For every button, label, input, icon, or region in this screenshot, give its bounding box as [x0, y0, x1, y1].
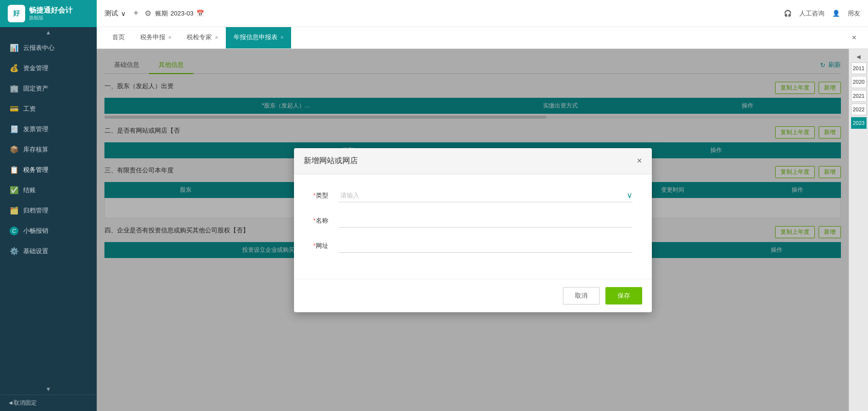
form-field-name: *名称 — [313, 214, 633, 228]
period-display: 账期 2023-03 📅 — [155, 9, 205, 18]
dialog-overlay: 新增网站或网店 × *类型 ∨ — [97, 49, 849, 411]
type-label-text: 类型 — [316, 192, 328, 199]
salary-icon: 💳 — [10, 105, 18, 113]
add-icon[interactable]: + — [133, 8, 139, 18]
cancel-button[interactable]: 取消 — [563, 287, 600, 304]
tab-annual-label: 年报信息申报表 — [234, 33, 278, 42]
main-area: 测试 ∨ + ⚙ 账期 2023-03 📅 🎧 人工咨询 👤 用友 首页 税务申… — [97, 0, 868, 411]
year-tag-2022[interactable]: 2022 — [851, 104, 867, 115]
url-input[interactable] — [338, 239, 633, 252]
type-input[interactable] — [338, 189, 627, 202]
xiaochang-icon: C — [10, 227, 18, 235]
calendar-icon[interactable]: 📅 — [196, 10, 204, 17]
content-main: 基础信息 其他信息 ↻ 刷新 一、股东（发起人）出资 复制上年度 新增 — [97, 49, 849, 411]
sidebar-item-label: 库存核算 — [23, 145, 48, 154]
fund-icon: 💰 — [10, 64, 18, 73]
tab-home[interactable]: 首页 — [104, 27, 132, 48]
logo-icon: 好 — [8, 5, 25, 22]
settings-icon: ⚙️ — [10, 247, 18, 256]
tax-icon: 📋 — [10, 166, 18, 174]
sidebar-item-label: 工资 — [23, 105, 36, 113]
dialog-footer: 取消 保存 — [294, 279, 652, 312]
company-selector[interactable]: 测试 ∨ — [104, 9, 126, 18]
dialog-close-btn[interactable]: × — [637, 156, 642, 166]
close-main-icon[interactable]: × — [848, 33, 860, 42]
sidebar-logo: 好 畅捷通好会计 旗舰版 — [0, 0, 97, 27]
sidebar-item-fixed-assets[interactable]: 🏢 固定资产 — [0, 78, 97, 99]
form-field-type: *类型 ∨ — [313, 189, 633, 202]
gear-icon[interactable]: ⚙ — [145, 9, 151, 18]
ai-consult-btn[interactable]: 人工咨询 — [799, 9, 824, 18]
save-button[interactable]: 保存 — [605, 287, 642, 304]
sidebar-item-label: 结账 — [23, 186, 36, 195]
logo-title: 畅捷通好会计 — [29, 6, 73, 15]
sidebar-item-label: 基础设置 — [23, 247, 48, 256]
company-name: 测试 — [104, 9, 118, 18]
url-label-text: 网址 — [316, 242, 328, 249]
tab-annual-report[interactable]: 年报信息申报表 × — [226, 27, 291, 48]
sidebar-item-fund-mgmt[interactable]: 💰 资金管理 — [0, 58, 97, 78]
sidebar-item-label: 固定资产 — [23, 84, 48, 93]
sidebar-item-archive[interactable]: 🗂️ 归档管理 — [0, 200, 97, 221]
tabs-bar: 首页 税务申报 × 税检专家 × 年报信息申报表 × × — [97, 27, 868, 49]
period-label: 账期 — [155, 9, 168, 18]
year-tag-2011[interactable]: 2011 — [851, 62, 867, 74]
sidebar-item-settlement[interactable]: ✅ 结账 — [0, 180, 97, 200]
topbar-right: 🎧 人工咨询 👤 用友 — [784, 9, 860, 18]
tab-tax-label: 税务申报 — [140, 33, 165, 42]
sidebar: 好 畅捷通好会计 旗舰版 ▲ 📊 云报表中心 💰 资金管理 🏢 固定资产 💳 工… — [0, 0, 97, 411]
year-tag-2020[interactable]: 2020 — [851, 76, 867, 88]
sidebar-item-label: 云报表中心 — [23, 44, 55, 52]
tab-home-label: 首页 — [112, 33, 125, 42]
sidebar-unpin-btn[interactable]: ◄取消固定 — [0, 395, 97, 411]
year-tag-2021[interactable]: 2021 — [851, 90, 867, 102]
tab-tax-declaration[interactable]: 税务申报 × — [132, 27, 179, 48]
dialog-header: 新增网站或网店 × — [294, 148, 652, 174]
assets-icon: 🏢 — [10, 84, 18, 93]
type-input-wrap: ∨ — [338, 189, 633, 202]
sidebar-item-xiaochang[interactable]: C 小畅报销 — [0, 221, 97, 241]
sidebar-item-label: 归档管理 — [23, 206, 48, 215]
sidebar-item-inventory[interactable]: 📦 库存核算 — [0, 139, 97, 160]
dropdown-arrow-icon[interactable]: ∨ — [121, 10, 126, 17]
sidebar-item-label: 税务管理 — [23, 166, 48, 174]
sidebar-item-invoice[interactable]: 🧾 发票管理 — [0, 119, 97, 139]
add-website-dialog: 新增网站或网店 × *类型 ∨ — [294, 148, 652, 312]
sidebar-item-basic-settings[interactable]: ⚙️ 基础设置 — [0, 241, 97, 261]
url-label: *网址 — [313, 242, 333, 250]
unpin-label: ◄取消固定 — [8, 399, 37, 407]
sidebar-nav: 📊 云报表中心 💰 资金管理 🏢 固定资产 💳 工资 🧾 发票管理 📦 库存核算… — [0, 38, 97, 384]
tab-annual-close-icon[interactable]: × — [280, 34, 283, 40]
name-input[interactable] — [338, 214, 633, 227]
topbar-actions: + ⚙ — [133, 8, 151, 18]
name-input-wrap — [338, 214, 633, 228]
topbar: 测试 ∨ + ⚙ 账期 2023-03 📅 🎧 人工咨询 👤 用友 — [97, 0, 868, 27]
invoice-icon: 🧾 — [10, 125, 18, 134]
headphone-icon: 🎧 — [784, 10, 792, 17]
name-label: *名称 — [313, 216, 333, 225]
sidebar-item-label: 资金管理 — [23, 64, 48, 73]
dialog-body: *类型 ∨ *名称 — [294, 174, 652, 279]
logo-text-wrap: 畅捷通好会计 旗舰版 — [29, 6, 73, 21]
form-field-url: *网址 — [313, 239, 633, 253]
panel-collapse-icon[interactable]: ◄ — [855, 53, 862, 61]
content-area: 基础信息 其他信息 ↻ 刷新 一、股东（发起人）出资 复制上年度 新增 — [97, 49, 868, 411]
right-panel: ◄ 2011 2020 2021 2022 2023 — [849, 49, 868, 411]
settlement-icon: ✅ — [10, 186, 18, 195]
sidebar-item-label: 发票管理 — [23, 125, 48, 134]
sidebar-item-cloud-report[interactable]: 📊 云报表中心 — [0, 38, 97, 58]
tab-tax-close-icon[interactable]: × — [168, 34, 171, 40]
sidebar-scroll-up[interactable]: ▲ — [0, 27, 97, 38]
user-avatar-icon: 👤 — [832, 10, 840, 17]
sidebar-item-label: 小畅报销 — [23, 227, 48, 235]
sidebar-item-salary[interactable]: 💳 工资 — [0, 99, 97, 119]
sidebar-item-tax[interactable]: 📋 税务管理 — [0, 160, 97, 180]
type-dropdown-icon[interactable]: ∨ — [627, 191, 633, 200]
year-tag-2023[interactable]: 2023 — [851, 117, 867, 129]
dialog-title: 新增网站或网店 — [304, 156, 358, 166]
sidebar-scroll-down[interactable]: ▼ — [0, 384, 97, 395]
user-name: 用友 — [848, 9, 860, 18]
tab-inspect-close-icon[interactable]: × — [215, 34, 218, 40]
period-value: 2023-03 — [171, 10, 194, 17]
tab-tax-inspection[interactable]: 税检专家 × — [179, 27, 225, 48]
